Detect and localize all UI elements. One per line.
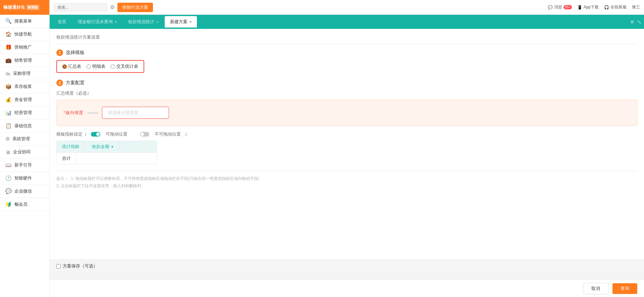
metrics-label-text: 模板指标设定（ <box>56 131 87 137</box>
sidebar-item-label: 智能硬件 <box>14 175 32 181</box>
sidebar-item-purchase[interactable]: 🛍 采购管理 <box>0 67 49 80</box>
radio-summary[interactable]: 汇总表 <box>62 63 81 69</box>
sidebar-item-label: 搜索菜单 <box>14 18 32 24</box>
sidebar-item-hardware[interactable]: 🕐 智能硬件 <box>0 172 49 185</box>
chevron-down-icon: ▼ <box>111 145 114 149</box>
metrics-column1-header[interactable]: 收款金额 ▼ <box>87 141 120 152</box>
save-checkbox[interactable] <box>56 264 61 268</box>
sidebar-item-label: 采购管理 <box>13 70 31 77</box>
sidebar-item-wechat[interactable]: 💬 企业微信 <box>0 185 49 198</box>
inventory-icon: 📦 <box>5 84 12 90</box>
logo-text: 畅捷通好生 <box>3 4 25 10</box>
sidebar-item-system[interactable]: ⚙ 系统管理 <box>0 133 49 146</box>
metrics-table: 统计指标 收款金额 ▼ 合计 <box>56 141 157 164</box>
search-input[interactable] <box>54 3 107 11</box>
metrics-cell1: 合计 <box>57 153 76 164</box>
radio-cross-input[interactable] <box>111 64 115 69</box>
basic-icon: 📋 <box>5 123 12 129</box>
sidebar-item-search[interactable]: 🔍 搜索菜单 <box>0 15 49 28</box>
metrics-data-row: 合计 <box>57 153 157 164</box>
bottombar: 取消 查询 <box>50 280 644 297</box>
system-icon: ⚙ <box>5 136 10 142</box>
dimension-group-label: 汇总维度（必选） <box>56 90 637 96</box>
page-title: 收款情况统计方案设置 <box>56 34 637 44</box>
version-badge: 标准版 <box>26 5 39 10</box>
sidebar-item-collab[interactable]: 🖥 企业协同 <box>0 146 49 159</box>
topbar-left: ⚙ 体验行业方案 <box>54 3 153 12</box>
tip-line-2: 2. 点击标题栏下拉可设置排序、插入列和删除列 <box>56 183 637 190</box>
notification-item[interactable]: 💬 消息 99+ <box>548 4 572 10</box>
tip-text-2: 2. 点击标题栏下拉可设置排序、插入列和删除列 <box>56 184 141 188</box>
section1-title: 选择模板 <box>66 50 85 56</box>
purchase-icon: 🛍 <box>5 71 10 77</box>
gear-icon[interactable]: ⚙ <box>110 4 115 10</box>
dimension-selector[interactable]: 请选择分组维度 <box>102 107 169 119</box>
sidebar-item-member[interactable]: 🔰 畅会员 <box>0 198 49 211</box>
radio-cross[interactable]: 交叉统计表 <box>111 63 138 69</box>
footer: 方案保存（可选） <box>50 259 644 273</box>
sidebar-item-nav[interactable]: 🏠 快捷导航 <box>0 28 49 41</box>
sidebar-item-label: 基础信息 <box>14 123 32 129</box>
section1-number: 1 <box>56 49 63 56</box>
dimension-row: 纵向维度 —— 请选择分组维度 <box>63 107 630 119</box>
section2-number: 2 <box>56 80 63 86</box>
member-icon: 🔰 <box>5 201 12 207</box>
industry-btn[interactable]: 体验行业方案 <box>117 3 153 12</box>
tabbar: 首页 现金银行流水查询 × 收款情况统计 × 新建方案 × ✕ ⤡ <box>50 15 644 29</box>
tab-receivable[interactable]: 收款情况统计 × <box>123 16 164 28</box>
sidebar-item-inventory[interactable]: 📦 库存核算 <box>0 80 49 93</box>
maximize-icon[interactable]: ⤡ <box>637 19 641 25</box>
closing-paren: ） <box>185 131 189 137</box>
tab-cashflow[interactable]: 现金银行流水查询 × <box>72 16 122 28</box>
close-icon[interactable]: × <box>115 20 117 24</box>
sidebar-item-finance[interactable]: 💰 资金管理 <box>0 93 49 106</box>
sidebar-item-basic[interactable]: 📋 基础信息 <box>0 119 49 133</box>
search-icon: 🔍 <box>5 18 12 24</box>
sidebar-item-label: 库存核算 <box>14 84 32 90</box>
metrics-settings-label: 模板指标设定（ 可拖动位置 不可拖动位置 ） <box>56 131 637 137</box>
close-icon[interactable]: × <box>190 20 192 24</box>
close-icon[interactable]: × <box>156 20 158 24</box>
metrics-section-header: 统计指标 <box>57 141 85 152</box>
sidebar-item-sales[interactable]: 💼 销售管理 <box>0 54 49 67</box>
logo: 畅捷通好生 标准版 <box>0 0 49 15</box>
close-window-icon[interactable]: ✕ <box>630 19 634 25</box>
tab-new-plan[interactable]: 新建方案 × <box>165 16 197 28</box>
draggable-label: 可拖动位置 <box>106 131 127 137</box>
tab-cashflow-label: 现金银行流水查询 <box>78 19 113 25</box>
query-button[interactable]: 查询 <box>612 283 637 294</box>
service-icon: 🎧 <box>604 5 609 10</box>
non-draggable-indicator <box>140 132 149 137</box>
sidebar-item-label: 销售管理 <box>14 57 32 63</box>
sidebar-item-label: 资金管理 <box>14 97 32 103</box>
dimension-area: 纵向维度 —— 请选择分组维度 <box>56 100 637 126</box>
tab-receivable-label: 收款情况统计 <box>128 19 154 25</box>
sidebar-item-management[interactable]: 📊 经营管理 <box>0 106 49 119</box>
notification-badge: 99+ <box>564 5 572 9</box>
save-option[interactable]: 方案保存（可选） <box>56 263 637 269</box>
topbar-right: 💬 消息 99+ 📱 App下载 🎧 在线客服 张三 <box>548 4 640 10</box>
app-download-item[interactable]: 📱 App下载 <box>577 4 599 10</box>
separator <box>131 131 136 137</box>
metrics-col1-label: 收款金额 <box>92 144 109 150</box>
topbar: ⚙ 体验行业方案 💬 消息 99+ 📱 App下载 🎧 在线客服 张三 <box>50 0 644 15</box>
tab-new-plan-label: 新建方案 <box>170 19 187 25</box>
tab-actions: ✕ ⤡ <box>630 19 641 25</box>
tips-area: 提示： 1. 拖动标题栏可以调整布局，不可跨维度或指标区域拖动栏目字段(只能在同… <box>56 171 637 194</box>
sidebar-item-newbie[interactable]: 📖 新手引导 <box>0 159 49 172</box>
metrics-section-label: 统计指标 <box>62 144 79 150</box>
cancel-button[interactable]: 取消 <box>583 283 608 294</box>
main-area: ⚙ 体验行业方案 💬 消息 99+ 📱 App下载 🎧 在线客服 张三 首页 <box>50 0 644 297</box>
radio-summary-input[interactable] <box>62 64 67 69</box>
home-icon: 🏠 <box>5 31 12 37</box>
section2-title: 方案配置 <box>66 80 85 86</box>
section2-header: 2 方案配置 <box>56 80 637 86</box>
sidebar-item-label: 营销推广 <box>14 44 32 50</box>
sidebar-item-marketing[interactable]: 🎁 营销推广 <box>0 41 49 54</box>
sidebar-item-label: 系统管理 <box>12 136 30 142</box>
radio-detail-input[interactable] <box>87 64 91 69</box>
online-service-item[interactable]: 🎧 在线客服 <box>604 4 627 10</box>
newbie-icon: 📖 <box>5 162 12 168</box>
radio-detail[interactable]: 明细表 <box>87 63 105 69</box>
tab-home[interactable]: 首页 <box>52 16 72 28</box>
